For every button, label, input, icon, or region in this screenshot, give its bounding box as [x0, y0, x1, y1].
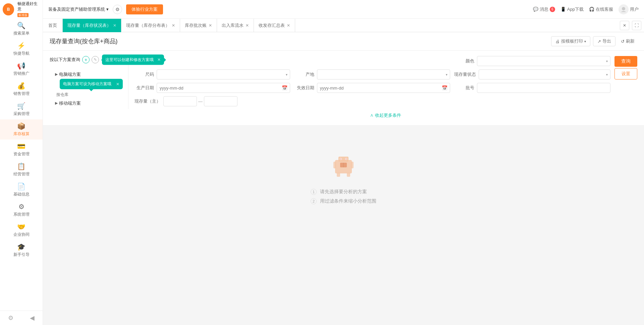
tab-flow[interactable]: 出入库流水 ✕ [217, 19, 254, 32]
sidebar-item-marketing[interactable]: 📢 营销推广 [0, 59, 43, 79]
export-icon: ↗ [597, 39, 601, 44]
main-content: 现存量查询(按仓库+商品) 🖨 按模板打印 ▾ ↗ 导出 ↺ 刷新 [43, 32, 644, 325]
scheme-tooltip-close[interactable]: ✕ [116, 82, 119, 87]
tab-close-inventory-status[interactable]: ✕ [113, 23, 116, 28]
enterprise-icon: 🤝 [17, 223, 25, 231]
refresh-button[interactable]: ↺ 刷新 [618, 37, 637, 46]
step2-number: 2 [311, 198, 317, 204]
message-icon: 💬 [533, 7, 538, 12]
svg-text:B: B [7, 7, 10, 12]
prod-date-label: 生产日期 [134, 85, 154, 91]
sidebar-item-finance[interactable]: 💳 资金管理 [0, 140, 43, 160]
export-button[interactable]: ↗ 导出 [593, 36, 615, 46]
search-button[interactable]: 查询 [614, 56, 637, 67]
scheme-expand-pc[interactable]: ▶ [55, 72, 58, 76]
online-service-label: 在线客服 [596, 6, 613, 12]
trial-button[interactable]: 体验行业方案 [126, 4, 163, 14]
sidebar-item-system[interactable]: ⚙ 系统管理 [0, 200, 43, 220]
add-scheme-button[interactable]: + [82, 56, 90, 63]
sidebar-item-purchase[interactable]: 🛒 采购管理 [0, 99, 43, 119]
app-download-action[interactable]: 📱 App下载 [560, 6, 584, 12]
warehouse-label: 按仓库 [56, 92, 68, 97]
svg-rect-14 [347, 173, 350, 177]
message-action[interactable]: 💬 消息 6 [533, 6, 555, 12]
tab-summary[interactable]: 收发存汇总表 ✕ [254, 19, 295, 32]
page-container: 现存量查询(按仓库+商品) 🖨 按模板打印 ▾ ↗ 导出 ↺ 刷新 [43, 32, 644, 325]
user-action[interactable]: 用户 [619, 4, 639, 14]
sidebar-item-enterprise[interactable]: 🤝 企业协同 [0, 220, 43, 240]
sidebar-item-sales[interactable]: 💰 销售管理 [0, 79, 43, 99]
color-select[interactable] [477, 56, 610, 66]
sidebar-item-base-info[interactable]: 📄 基础信息 [0, 180, 43, 200]
tab-inventory-dist[interactable]: 现存量（库存分布表） ✕ [121, 19, 180, 32]
inventory-icon: 📦 [17, 122, 25, 130]
filter-area: 按以下方案查询 + ✎ 这里可以创建和修改方案哦 ✕ « [43, 51, 644, 125]
filter-field-stock-status: 现存量状态 ▾ [454, 69, 610, 79]
tab-close-all-btn[interactable]: ✕ [620, 21, 629, 30]
sales-icon: 💰 [17, 82, 25, 90]
tab-close-inventory-dist[interactable]: ✕ [172, 23, 175, 28]
phone-icon: 📱 [560, 7, 566, 12]
size-select[interactable] [157, 69, 290, 79]
svg-rect-13 [337, 173, 340, 177]
gear-button[interactable]: ⚙ [113, 5, 122, 14]
edit-tooltip: 这里可以创建和修改方案哦 ✕ [102, 55, 164, 65]
avatar [619, 4, 629, 14]
origin-select-wrapper: ▾ [317, 69, 450, 79]
origin-select[interactable] [317, 69, 450, 79]
settings-bottom-icon[interactable]: ⚙ [8, 314, 13, 322]
setting-button[interactable]: 设置 [614, 68, 637, 79]
empty-steps: 1 请先选择要分析的方案 2 用过滤条件来缩小分析范围 [311, 187, 376, 206]
scheme-tooltip: 电脑方案可设为移动方案哦 ✕ [60, 79, 123, 89]
sidebar-item-search[interactable]: 🔍 搜索菜单 [0, 19, 43, 39]
tab-close-summary[interactable]: ✕ [287, 23, 290, 28]
message-badge: 6 [550, 7, 555, 12]
page-title: 现存量查询(按仓库+商品) [50, 37, 118, 45]
tab-close-flow[interactable]: ✕ [246, 23, 249, 28]
expiry-date-input[interactable] [317, 83, 450, 93]
prod-date-wrapper: 📅 [157, 83, 290, 93]
stock-qty-min-input[interactable] [163, 96, 197, 106]
color-label: 颜色 [454, 58, 474, 64]
sidebar-nav: 🔍 搜索菜单 ⚡ 快捷导航 📢 营销推广 💰 销售管理 🛒 采购管理 📦 库存核… [0, 19, 43, 311]
sidebar: B 畅捷通好生意 标准版 🔍 搜索菜单 ⚡ 快捷导航 📢 营销推广 💰 销售管理 [0, 0, 43, 325]
stock-status-select[interactable] [479, 69, 610, 79]
scheme-name-pc[interactable]: 电脑端方案 [59, 71, 81, 77]
marketing-icon: 📢 [17, 62, 25, 70]
system-selector[interactable]: 装备及固定资产辅助管理系统 ▾ [48, 6, 109, 12]
range-separator: — [198, 99, 203, 104]
sidebar-bottom: ⚙ ◀ [0, 311, 43, 325]
user-label: 用户 [630, 6, 639, 12]
prod-date-input[interactable] [157, 83, 290, 93]
batch-input[interactable] [477, 83, 610, 93]
scheme-expand-mobile[interactable]: ▶ [55, 101, 58, 105]
sidebar-item-management[interactable]: 📋 经营管理 [0, 160, 43, 180]
color-select-wrapper: ▾ [477, 56, 610, 66]
guide-icon: 🎓 [17, 243, 25, 251]
stock-qty-label: 现存量（主） [134, 98, 161, 104]
filter-field-prod-date: 生产日期 📅 [134, 83, 290, 93]
template-print-button[interactable]: 🖨 按模板打印 ▾ [551, 36, 590, 46]
filter-field-origin: 产地 ▾ [294, 69, 450, 79]
app-download-label: App下载 [567, 6, 584, 12]
filter-field-stock-qty: 现存量（主） — [134, 96, 290, 106]
logo-text: 畅捷通好生意 [17, 1, 40, 12]
tab-close-batch-account[interactable]: ✕ [209, 23, 212, 28]
sidebar-item-nav[interactable]: ⚡ 快捷导航 [0, 39, 43, 59]
online-service-action[interactable]: 🎧 在线客服 [589, 6, 613, 12]
scheme-name-mobile[interactable]: 移动端方案 [59, 100, 81, 106]
collapse-sidebar-icon[interactable]: ◀ [30, 314, 35, 322]
collapse-bar[interactable]: ∧ 收起更多条件 [134, 110, 637, 120]
tab-home[interactable]: 首页 [43, 19, 63, 32]
tab-fullscreen-btn[interactable]: ⛶ [632, 21, 641, 30]
stock-qty-max-input[interactable] [204, 96, 237, 106]
svg-rect-11 [333, 162, 336, 168]
tab-batch-account-label: 库存批次账 [185, 22, 207, 29]
tab-batch-account[interactable]: 库存批次账 ✕ [180, 19, 217, 32]
system-icon: ⚙ [18, 203, 24, 211]
edit-scheme-button[interactable]: ✎ 这里可以创建和修改方案哦 ✕ [92, 56, 99, 63]
edit-tooltip-close[interactable]: ✕ [157, 57, 161, 62]
tab-inventory-status[interactable]: 现存量（库存状况表） ✕ [63, 19, 121, 32]
sidebar-item-inventory[interactable]: 📦 库存核算 [0, 119, 43, 140]
sidebar-item-guide[interactable]: 🎓 新手引导 [0, 240, 43, 260]
